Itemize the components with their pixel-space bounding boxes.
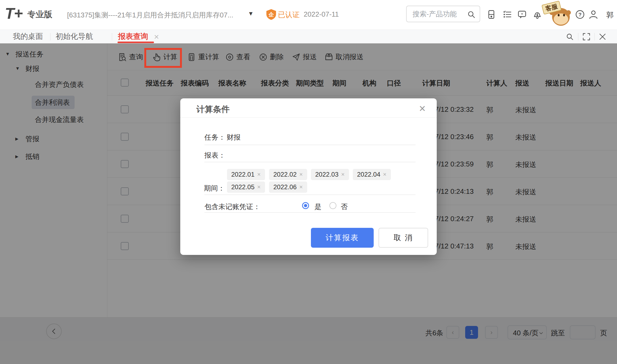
- annotation-highlight-box: [144, 48, 182, 68]
- tab-divider: [50, 33, 50, 40]
- tab-my-desktop[interactable]: 我的桌面: [13, 30, 43, 44]
- product-search-input[interactable]: [413, 8, 466, 20]
- product-search-box[interactable]: [406, 6, 480, 22]
- period-chip[interactable]: 2022.04 ×: [353, 169, 391, 180]
- top-header: T+ 专业版 [631375]集测----21年1月启用合并抵消只启用库存07.…: [0, 0, 617, 29]
- report-label: 报表：: [204, 151, 225, 160]
- edition-label: 专业版: [27, 9, 52, 20]
- mascot-muzzle: [554, 13, 568, 25]
- period-chip[interactable]: 2022.02 ×: [269, 169, 307, 180]
- radio-yes[interactable]: [302, 202, 309, 209]
- tab-bar: 我的桌面 初始化导航 报表查询 ×: [0, 29, 617, 43]
- chip-remove-icon[interactable]: ×: [257, 184, 261, 191]
- account-title[interactable]: [631375]集测----21年1月启用合并抵消只启用库存07...: [67, 10, 233, 20]
- verified-label: 已认证: [278, 10, 300, 20]
- period-chip[interactable]: 2022.03 ×: [311, 169, 349, 180]
- task-label: 任务：: [204, 133, 225, 142]
- calculation-conditions-modal: 计算条件 × 任务： 财报 报表： 期间： 2022.01 × 2022.02 …: [180, 98, 437, 255]
- chip-remove-icon[interactable]: ×: [257, 171, 261, 178]
- calculator-icon[interactable]: [486, 10, 496, 19]
- help-icon[interactable]: ?: [575, 10, 585, 19]
- period-chip[interactable]: 2022.06 ×: [269, 181, 307, 193]
- radio-no-label[interactable]: 否: [341, 202, 348, 211]
- mascot-eye: [563, 14, 565, 16]
- tabbar-search-icon[interactable]: [565, 32, 574, 41]
- task-field-underline[interactable]: [204, 145, 416, 145]
- fullscreen-icon[interactable]: [582, 32, 591, 41]
- mascot-eye: [558, 14, 560, 16]
- chip-remove-icon[interactable]: ×: [299, 184, 303, 191]
- modal-header-divider: [180, 117, 437, 118]
- period-chip[interactable]: 2022.05 ×: [227, 181, 265, 193]
- report-field-underline[interactable]: [204, 162, 416, 162]
- calculate-report-button[interactable]: 计算报表: [311, 228, 374, 248]
- chip-remove-icon[interactable]: ×: [341, 171, 345, 178]
- verified-badge-char: 企: [268, 12, 274, 17]
- cancel-button[interactable]: 取 消: [379, 228, 428, 248]
- include-field-underline: [204, 212, 416, 213]
- content-area: ▼ 报送任务 ▼ 财报 合并资产负债表 合并利润表 合并现金流量表 ▶ 管报 ▶: [0, 43, 617, 364]
- message-icon[interactable]: [517, 10, 527, 19]
- include-unposted-label: 包含未记账凭证：: [204, 202, 260, 211]
- notification-bell-icon[interactable]: [532, 10, 542, 19]
- svg-text:?: ?: [578, 12, 582, 17]
- verified-shield-icon: 企: [266, 9, 277, 20]
- tplus-logo: T+: [5, 4, 22, 22]
- period-label: 期间：: [204, 184, 225, 193]
- tab-init-nav[interactable]: 初始化导航: [56, 30, 93, 44]
- chip-remove-icon[interactable]: ×: [299, 171, 303, 178]
- tab-divider: [112, 33, 112, 40]
- modal-title: 计算条件: [196, 104, 230, 115]
- account-dropdown-caret-icon[interactable]: ▼: [248, 10, 254, 17]
- search-icon[interactable]: [467, 10, 476, 19]
- app-window: T+ 专业版 [631375]集测----21年1月启用合并抵消只启用库存07.…: [0, 0, 617, 364]
- close-page-icon[interactable]: [598, 32, 607, 41]
- header-date: 2022-07-11: [304, 10, 339, 18]
- chip-remove-icon[interactable]: ×: [383, 171, 387, 178]
- current-username[interactable]: 郭: [606, 10, 614, 20]
- period-field-underline[interactable]: [204, 195, 416, 195]
- tabbar-divider: [594, 33, 595, 40]
- user-icon[interactable]: [589, 10, 598, 19]
- modal-close-icon[interactable]: ×: [419, 102, 426, 115]
- customer-service-mascot[interactable]: 客服: [542, 1, 571, 28]
- tabbar-divider: [578, 33, 578, 40]
- active-tab-underline: [117, 42, 154, 43]
- tab-close-icon[interactable]: ×: [154, 32, 159, 42]
- period-chip[interactable]: 2022.01 ×: [227, 169, 265, 180]
- task-value: 财报: [227, 133, 241, 142]
- radio-no[interactable]: [329, 202, 336, 209]
- todo-list-icon[interactable]: [502, 10, 512, 19]
- radio-yes-label[interactable]: 是: [314, 202, 321, 211]
